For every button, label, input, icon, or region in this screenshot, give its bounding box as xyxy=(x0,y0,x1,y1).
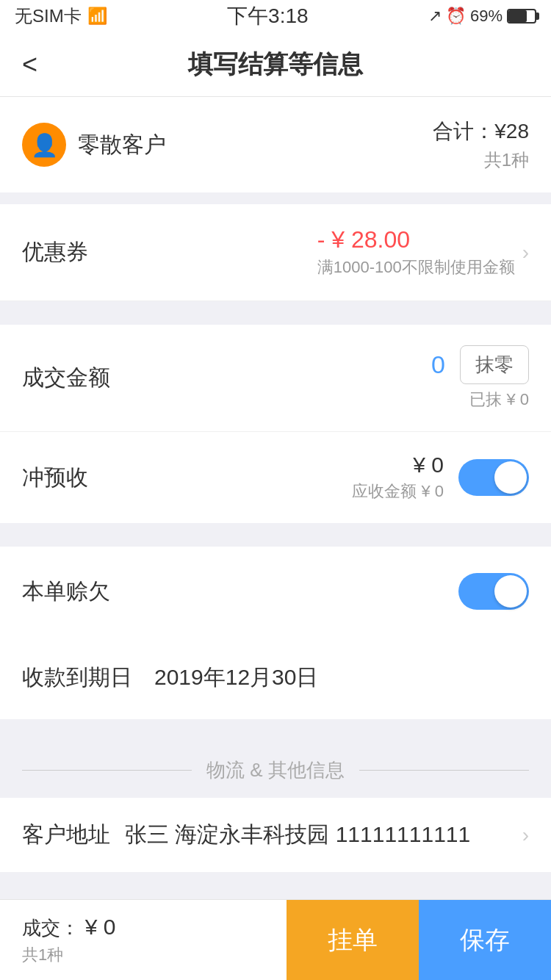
prepayment-toggle[interactable] xyxy=(458,459,529,496)
customer-total: 合计：¥28 xyxy=(433,118,529,145)
credit-section: 本单赊欠 收款到期日 2019年12月30日 xyxy=(0,547,551,719)
prepayment-label: 冲预收 xyxy=(22,463,88,493)
section-divider-3 xyxy=(0,731,551,743)
due-date-value: 2019年12月30日 xyxy=(154,663,318,693)
prepayment-right: ¥ 0 应收金额 ¥ 0 xyxy=(352,453,529,502)
prepayment-info: ¥ 0 应收金额 ¥ 0 xyxy=(352,453,444,502)
bottom-info: 成交： ¥ 0 共1种 xyxy=(0,915,287,966)
deal-amount-value[interactable]: 0 xyxy=(431,350,445,379)
bottom-deal-label: 成交： xyxy=(22,917,79,939)
address-chevron-icon: › xyxy=(522,824,529,847)
chevron-right-icon: › xyxy=(522,241,529,264)
deal-amount-row: 成交金额 0 抹零 已抹 ¥ 0 xyxy=(0,325,551,432)
deal-amount-section: 成交金额 0 抹零 已抹 ¥ 0 冲预收 ¥ 0 应收金额 ¥ 0 xyxy=(0,325,551,523)
bottom-bar: 成交： ¥ 0 共1种 挂单 保存 xyxy=(0,899,551,980)
battery-percent: 69% xyxy=(470,7,503,26)
deal-amount-controls: 0 抹零 xyxy=(431,345,529,384)
prepayment-row: 冲预收 ¥ 0 应收金额 ¥ 0 xyxy=(0,432,551,523)
coupon-right: - ¥ 28.00 满1000-100不限制使用金额 › xyxy=(317,226,529,278)
coupon-label: 优惠券 xyxy=(22,237,88,267)
prepayment-sub: 应收金额 ¥ 0 xyxy=(352,480,444,502)
deal-amount-right: 0 抹零 已抹 ¥ 0 xyxy=(431,345,529,411)
address-section: 客户地址 张三 海淀永丰科技园 11111111111 › xyxy=(0,798,551,872)
logistics-line-left xyxy=(22,770,192,771)
alarm-icon: ⏰ xyxy=(446,7,466,26)
coupon-row[interactable]: 优惠券 - ¥ 28.00 满1000-100不限制使用金额 › xyxy=(0,204,551,301)
due-date-label: 收款到期日 xyxy=(22,663,132,693)
credit-row: 本单赊欠 xyxy=(0,547,551,636)
address-value: 张三 海淀永丰科技园 11111111111 xyxy=(125,820,522,850)
status-left: 无SIM卡 📶 xyxy=(15,4,107,28)
customer-row: 👤 零散客户 合计：¥28 共1种 xyxy=(0,97,551,192)
content: 👤 零散客户 合计：¥28 共1种 优惠券 - ¥ 28.00 满1000-10… xyxy=(0,97,551,972)
total-label: 合计： xyxy=(433,120,494,143)
save-button[interactable]: 保存 xyxy=(419,900,551,981)
total-value: ¥28 xyxy=(494,120,529,143)
round-zero-button[interactable]: 抹零 xyxy=(460,345,529,384)
page-title: 填写结算等信息 xyxy=(188,48,363,82)
deal-amount-label: 成交金额 xyxy=(22,363,110,393)
customer-count: 共1种 xyxy=(433,148,529,172)
section-divider-1 xyxy=(0,313,551,325)
coupon-desc: 满1000-100不限制使用金额 xyxy=(317,256,515,278)
coupon-discount: - ¥ 28.00 xyxy=(317,226,515,253)
battery-fill xyxy=(508,10,527,22)
address-row[interactable]: 客户地址 张三 海淀永丰科技园 11111111111 › xyxy=(0,798,551,872)
prepayment-amount: ¥ 0 xyxy=(352,453,444,478)
coupon-section: 优惠券 - ¥ 28.00 满1000-100不限制使用金额 › xyxy=(0,204,551,301)
credit-toggle[interactable] xyxy=(458,573,529,610)
bottom-count: 共1种 xyxy=(22,944,264,966)
customer-right: 合计：¥28 共1种 xyxy=(433,118,529,172)
deal-amount-sub: 已抹 ¥ 0 xyxy=(431,389,529,411)
back-button[interactable]: < xyxy=(22,49,37,80)
section-divider-2 xyxy=(0,535,551,547)
carrier-text: 无SIM卡 xyxy=(15,4,82,28)
battery-icon xyxy=(507,9,536,24)
logistics-header: 物流 & 其他信息 xyxy=(0,743,551,798)
status-right: ↗ ⏰ 69% xyxy=(428,7,536,26)
location-icon: ↗ xyxy=(428,7,442,26)
wifi-icon: 📶 xyxy=(87,7,107,26)
due-date-row: 收款到期日 2019年12月30日 xyxy=(0,636,551,719)
status-time: 下午3:18 xyxy=(227,2,309,30)
coupon-info: - ¥ 28.00 满1000-100不限制使用金额 xyxy=(317,226,515,278)
nav-bar: < 填写结算等信息 xyxy=(0,32,551,97)
bottom-deal-row: 成交： ¥ 0 xyxy=(22,915,264,941)
customer-left: 👤 零散客户 xyxy=(22,123,166,167)
logistics-label: 物流 & 其他信息 xyxy=(206,757,345,783)
logistics-line-right xyxy=(359,770,529,771)
status-bar: 无SIM卡 📶 下午3:18 ↗ ⏰ 69% xyxy=(0,0,551,32)
bottom-deal-amount: ¥ 0 xyxy=(85,915,116,939)
customer-name: 零散客户 xyxy=(78,130,166,160)
credit-label: 本单赊欠 xyxy=(22,577,110,607)
hold-button[interactable]: 挂单 xyxy=(287,900,419,981)
customer-avatar: 👤 xyxy=(22,123,66,167)
avatar-icon: 👤 xyxy=(31,132,58,158)
address-label: 客户地址 xyxy=(22,820,110,850)
